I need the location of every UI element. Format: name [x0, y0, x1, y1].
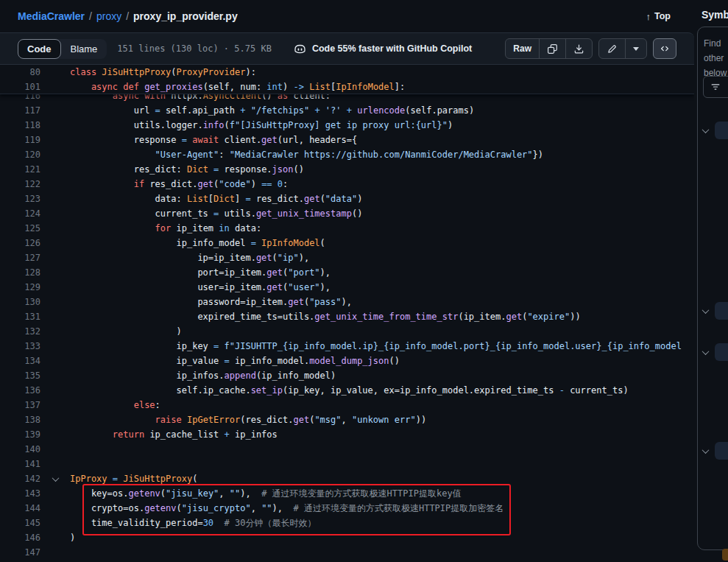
copy-button[interactable] [540, 39, 566, 58]
line-number[interactable]: 137 [0, 398, 40, 412]
line-number[interactable]: 136 [0, 383, 40, 398]
symbols-description-line: other [704, 51, 727, 66]
line-number[interactable]: 126 [0, 236, 40, 250]
code-line: 138 raise IpGetError(res_dict.get("msg",… [0, 412, 694, 427]
symbol-pill[interactable] [715, 122, 728, 139]
fold-chevron-down-icon[interactable] [52, 474, 59, 482]
code-line: 125 for ip_item in data: [0, 221, 694, 236]
symbols-toggle-button[interactable] [653, 38, 676, 59]
download-button[interactable] [566, 39, 592, 58]
code-line: 131 expired_time_ts=utils.get_unix_time_… [0, 309, 694, 324]
line-number[interactable]: 139 [0, 427, 40, 442]
breadcrumb-repo-link[interactable]: MediaCrawler [18, 10, 85, 22]
code-text: url = self.api_path + "/fetchips" + '?' … [70, 103, 474, 118]
code-line: 140 [0, 442, 694, 457]
symbol-item[interactable] [703, 343, 728, 361]
filter-button[interactable] [703, 76, 728, 98]
symbol-item-highlighted[interactable] [722, 549, 728, 561]
line-number[interactable]: 130 [0, 295, 40, 309]
chevron-down-icon[interactable] [702, 446, 710, 454]
tab-code[interactable]: Code [18, 39, 61, 59]
symbol-item[interactable] [703, 302, 728, 320]
fold-gutter [40, 118, 70, 133]
raw-button[interactable]: Raw [506, 39, 540, 58]
line-number[interactable]: 125 [0, 221, 40, 236]
fold-gutter [40, 309, 70, 324]
code-blame-switch: Code Blame [18, 39, 107, 59]
fold-gutter [40, 192, 70, 206]
line-number[interactable]: 145 [0, 516, 40, 530]
edit-button[interactable] [599, 39, 626, 58]
code-symbols-icon [660, 43, 670, 54]
code-line: 136 self.ip_cache.set_ip(ip_key, ip_valu… [0, 383, 694, 398]
scroll-to-top-button[interactable]: ↑ Top [646, 11, 671, 22]
code-line: 133 ip_key = f"JISUHTTP_{ip_info_model.i… [0, 339, 694, 354]
code-line: 80class JiSuHttpProxy(ProxyProvider): [0, 65, 694, 80]
line-number[interactable]: 117 [0, 103, 40, 118]
copilot-icon [294, 43, 306, 55]
line-number[interactable]: 120 [0, 147, 40, 162]
line-number[interactable]: 131 [0, 309, 40, 324]
line-number[interactable]: 127 [0, 250, 40, 265]
breadcrumb-folder-link[interactable]: proxy [96, 10, 121, 22]
breadcrumb-separator: / [89, 10, 92, 22]
symbol-item[interactable] [703, 122, 728, 139]
chevron-down-icon[interactable] [702, 126, 710, 133]
code-text: if res_dict.get("code") == 0: [70, 177, 288, 192]
file-info: 151 lines (130 loc) · 5.75 KB [117, 43, 272, 54]
line-number[interactable]: 101 [0, 80, 40, 94]
code-text: expired_time_ts=utils.get_unix_time_from… [70, 309, 581, 324]
copilot-banner[interactable]: Code 55% faster with GitHub Copilot [294, 43, 472, 55]
line-number[interactable]: 129 [0, 280, 40, 295]
symbol-pill[interactable] [715, 302, 728, 320]
code-text: ip_infos.append(ip_info_model) [70, 368, 336, 383]
line-number[interactable]: 80 [0, 65, 40, 80]
code-line: 126 ip_info_model = IpInfoModel( [0, 236, 694, 250]
file-actions: Raw [505, 38, 676, 59]
code-line: 123 data: List[Dict] = res_dict.get("dat… [0, 192, 694, 206]
line-number[interactable]: 144 [0, 501, 40, 516]
fold-gutter [40, 545, 70, 560]
line-number[interactable]: 133 [0, 339, 40, 354]
line-number[interactable]: 140 [0, 442, 40, 457]
fold-gutter [40, 280, 70, 295]
line-number[interactable]: 122 [0, 177, 40, 192]
edit-button-group [598, 38, 647, 59]
edit-dropdown-button[interactable] [626, 39, 646, 58]
line-number[interactable]: 142 [0, 471, 40, 486]
code-line: 118 utils.logger.info(f"[JiSuHttpProxy] … [0, 118, 694, 133]
tab-blame[interactable]: Blame [61, 39, 107, 59]
line-number[interactable]: 143 [0, 486, 40, 501]
code-line: 124 current_ts = utils.get_unix_timestam… [0, 206, 694, 221]
line-number[interactable]: 141 [0, 457, 40, 471]
chevron-down-icon[interactable] [702, 306, 710, 314]
line-number[interactable]: 128 [0, 265, 40, 280]
chevron-down-icon[interactable] [702, 348, 710, 355]
line-number[interactable]: 146 [0, 530, 40, 545]
line-number[interactable]: 124 [0, 206, 40, 221]
fold-gutter [40, 221, 70, 236]
line-number[interactable]: 138 [0, 412, 40, 427]
line-number[interactable]: 119 [0, 133, 40, 147]
fold-gutter [40, 133, 70, 147]
code-line: 132 ) [0, 324, 694, 339]
download-icon [573, 43, 584, 55]
line-number[interactable]: 121 [0, 162, 40, 177]
code-text: user=ip_item.get("user"), [70, 280, 331, 295]
line-number[interactable]: 134 [0, 354, 40, 368]
symbol-pill[interactable] [722, 549, 728, 561]
code-text: else: [70, 398, 160, 412]
line-number[interactable]: 132 [0, 324, 40, 339]
line-number[interactable]: 147 [0, 545, 40, 560]
symbol-item[interactable] [703, 442, 728, 460]
code-text: password=ip_item.get("pass"), [70, 295, 352, 309]
code-text: response = await client.get(url, headers… [70, 133, 357, 147]
fold-gutter [40, 412, 70, 427]
fold-gutter [40, 65, 70, 80]
line-number[interactable]: 123 [0, 192, 40, 206]
symbols-description-line: Find [704, 36, 727, 51]
symbol-pill[interactable] [715, 442, 728, 460]
line-number[interactable]: 118 [0, 118, 40, 133]
symbol-pill[interactable] [715, 343, 728, 361]
line-number[interactable]: 135 [0, 368, 40, 383]
